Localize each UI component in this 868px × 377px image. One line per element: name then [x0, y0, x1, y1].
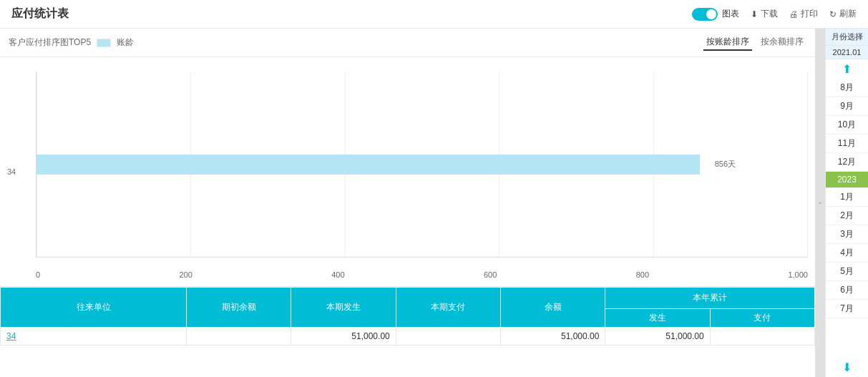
unit-link[interactable]: 34	[6, 331, 16, 341]
cell-period-occur: 51,000.00	[291, 328, 396, 346]
header-actions: 图表 ⬇ 下载 🖨 打印 ↻ 刷新	[692, 8, 857, 21]
download-button[interactable]: ⬇ 下载	[751, 8, 778, 20]
x-tick-5: 1,000	[788, 270, 808, 279]
sort-buttons: 按账龄排序 按余额排序	[703, 34, 806, 51]
col-header-ytd-occur: 发生	[605, 309, 710, 328]
bar-0: 856天	[36, 155, 700, 175]
print-label: 打印	[801, 8, 818, 20]
col-header-ytd-pay: 支付	[710, 309, 814, 328]
page-title: 应付统计表	[11, 6, 69, 21]
chart-title: 客户应付排序图TOP5	[9, 36, 91, 49]
col-header-balance: 余额	[501, 288, 605, 328]
month-item-4[interactable]: 4月	[826, 244, 868, 263]
month-item-5[interactable]: 5月	[826, 263, 868, 281]
toggle-label: 图表	[722, 8, 739, 20]
col-header-period-pay: 本期支付	[396, 288, 500, 328]
print-button[interactable]: 🖨 打印	[789, 8, 818, 20]
month-sidebar: 月份选择 2021.01 ⬆ 8月 9月 10月 11月 12月 2023 1月…	[825, 29, 868, 377]
x-tick-0: 0	[36, 270, 40, 279]
x-tick-3: 600	[484, 270, 497, 279]
col-header-period-occur: 本期发生	[291, 288, 396, 328]
legend-label: 账龄	[117, 36, 134, 49]
download-label: 下载	[761, 8, 778, 20]
month-item-10[interactable]: 10月	[826, 116, 868, 134]
month-item-6[interactable]: 6月	[826, 281, 868, 300]
cell-balance: 51,000.00	[501, 328, 605, 346]
sort-by-account-btn[interactable]: 按账龄排序	[703, 34, 752, 51]
month-item-9[interactable]: 9月	[826, 97, 868, 116]
month-sidebar-header: 月份选择	[826, 29, 868, 46]
chart-toggle[interactable]: 图表	[692, 8, 739, 21]
print-icon: 🖨	[789, 9, 798, 19]
sort-by-balance-btn[interactable]: 按余额排序	[758, 34, 806, 51]
legend-box	[97, 39, 111, 47]
data-table: 往来单位 期初余额 本期发生 本期支付 余额 本年累计 发生 支付	[0, 287, 815, 346]
cell-ytd-occur: 51,000.00	[605, 328, 710, 346]
cell-opening	[187, 328, 291, 346]
month-current-value: 2021.01	[826, 46, 868, 59]
cell-unit: 34	[1, 328, 187, 346]
month-nav-up-btn[interactable]: ⬆	[826, 59, 868, 79]
sidebar-collapse-btn[interactable]: ›	[815, 29, 825, 377]
month-item-1[interactable]: 1月	[826, 188, 868, 207]
month-list: 8月 9月 10月 11月 12月 2023 1月 2月 3月 4月 5月 6月…	[826, 79, 868, 358]
month-item-year-2023[interactable]: 2023	[826, 172, 868, 188]
table-row: 34 51,000.00 51,000.00 51,000.00	[1, 328, 815, 346]
bar-0-label: 856天	[715, 159, 736, 170]
x-axis: 0 200 400 600 800 1,000	[36, 270, 808, 279]
month-item-2[interactable]: 2月	[826, 207, 868, 225]
col-header-unit: 往来单位	[1, 288, 187, 328]
col-header-opening: 期初余额	[187, 288, 291, 328]
month-item-7[interactable]: 7月	[826, 300, 868, 318]
month-item-8[interactable]: 8月	[826, 79, 868, 97]
refresh-icon: ↻	[829, 9, 837, 19]
x-tick-1: 200	[180, 270, 192, 279]
month-nav-down-btn[interactable]: ⬇	[826, 358, 868, 377]
x-tick-2: 400	[331, 270, 344, 279]
month-item-12[interactable]: 12月	[826, 153, 868, 172]
chart-legend: 客户应付排序图TOP5 账龄	[9, 36, 134, 49]
cell-period-pay	[396, 328, 500, 346]
x-tick-4: 800	[636, 270, 649, 279]
refresh-label: 刷新	[839, 8, 857, 20]
toggle-switch[interactable]	[692, 8, 718, 21]
month-item-3[interactable]: 3月	[826, 225, 868, 244]
data-table-section: 往来单位 期初余额 本期发生 本期支付 余额 本年累计 发生 支付	[0, 286, 815, 346]
chevron-down-icon: ⬇	[842, 361, 852, 374]
table-wrapper: 往来单位 期初余额 本期发生 本期支付 余额 本年累计 发生 支付	[0, 287, 815, 346]
refresh-button[interactable]: ↻ 刷新	[829, 8, 857, 20]
col-header-ytd: 本年累计	[605, 288, 815, 309]
y-axis-label: 34	[7, 167, 16, 176]
cell-ytd-pay	[710, 328, 814, 346]
chart-body: 34 856天	[0, 57, 815, 286]
chevron-up-icon: ⬆	[842, 62, 852, 76]
chevron-right-icon: ›	[816, 202, 824, 204]
month-item-11[interactable]: 11月	[826, 134, 868, 153]
download-icon: ⬇	[751, 9, 758, 19]
plot-area: 856天	[36, 72, 808, 258]
